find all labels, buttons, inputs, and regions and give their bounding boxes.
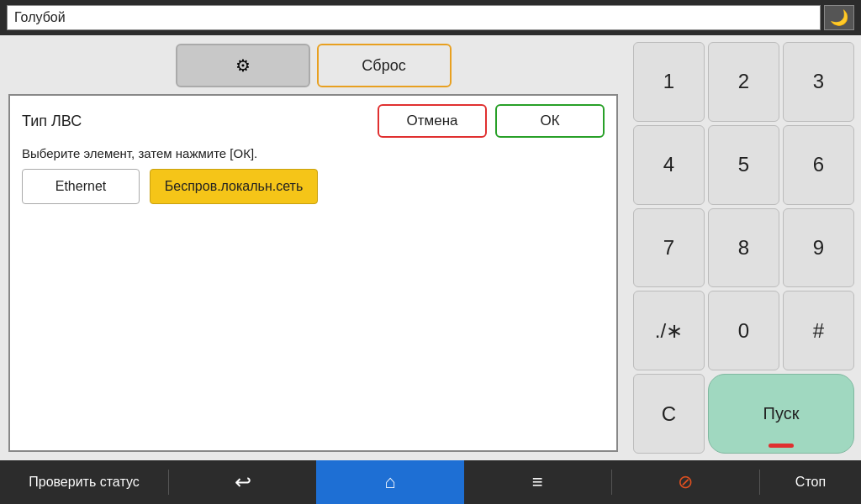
numpad-4[interactable]: 4 — [633, 125, 705, 205]
dialog-options-row: Ethernet Беспров.локальн.сеть — [22, 169, 605, 204]
main-area: ⚙ Сброс Тип ЛВС Отмена ОК Выберите элеме… — [0, 35, 626, 460]
security-icon: ⊘ — [678, 471, 693, 493]
numpad-5[interactable]: 5 — [708, 125, 779, 205]
numpad-dot-star[interactable]: ./∗ — [633, 291, 705, 370]
reset-button[interactable]: Сброс — [317, 44, 452, 87]
numpad-3[interactable]: 3 — [783, 42, 854, 122]
home-button[interactable]: ⌂ — [316, 460, 463, 504]
back-button[interactable]: ↩ — [169, 460, 316, 504]
stop-button[interactable]: Стоп — [760, 460, 861, 504]
status-button[interactable]: Проверить статус — [0, 460, 168, 504]
numpad-7[interactable]: 7 — [633, 208, 705, 288]
ethernet-option[interactable]: Ethernet — [22, 169, 140, 204]
ok-button[interactable]: ОК — [495, 104, 605, 138]
numpad-start[interactable]: Пуск — [708, 374, 854, 454]
numpad-8[interactable]: 8 — [708, 208, 779, 288]
dialog-title: Тип ЛВС — [22, 113, 369, 130]
numpad-2[interactable]: 2 — [708, 42, 779, 122]
numpad-1[interactable]: 1 — [633, 42, 705, 122]
dialog-title-row: Тип ЛВС Отмена ОК — [22, 104, 605, 138]
numpad-6[interactable]: 6 — [783, 125, 854, 205]
moon-icon[interactable]: 🌙 — [824, 5, 854, 30]
top-bar-input[interactable] — [7, 5, 821, 30]
menu-icon: ≡ — [532, 471, 543, 493]
numpad-area: 1 2 3 4 5 6 7 8 9 ./∗ 0 # C Пуск — [626, 35, 861, 460]
numpad-hash[interactable]: # — [783, 291, 854, 370]
numpad-0[interactable]: 0 — [708, 291, 779, 370]
toolbar-row: ⚙ Сброс — [8, 44, 618, 87]
home-icon: ⌂ — [384, 471, 395, 493]
dialog-instruction: Выберите элемент, затем нажмите [ОК]. — [22, 146, 605, 160]
dialog-box: Тип ЛВС Отмена ОК Выберите элемент, зате… — [8, 94, 618, 452]
bottom-bar: Проверить статус ↩ ⌂ ≡ ⊘ Стоп — [0, 460, 861, 504]
settings-button[interactable]: ⚙ — [176, 44, 310, 87]
settings-icon: ⚙ — [235, 55, 251, 76]
cancel-button[interactable]: Отмена — [378, 104, 487, 138]
wireless-option[interactable]: Беспров.локальн.сеть — [150, 169, 318, 204]
numpad-9[interactable]: 9 — [783, 208, 854, 288]
numpad-clear[interactable]: C — [633, 374, 705, 454]
top-bar: 🌙 — [0, 0, 861, 35]
menu-button[interactable]: ≡ — [464, 460, 611, 504]
back-icon: ↩ — [235, 470, 251, 494]
security-button[interactable]: ⊘ — [612, 460, 759, 504]
reset-label: Сброс — [362, 57, 405, 75]
